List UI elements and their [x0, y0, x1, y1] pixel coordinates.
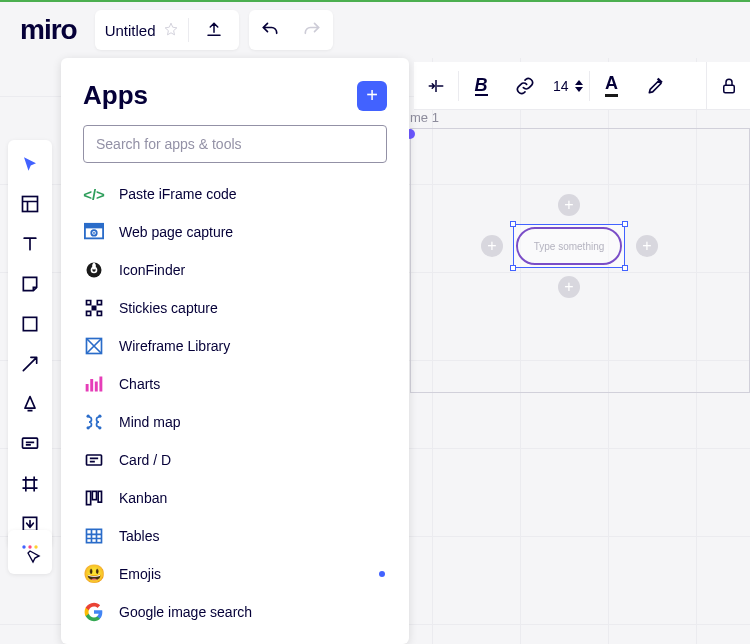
more-apps-button[interactable] — [8, 530, 52, 574]
shape-tool[interactable] — [10, 304, 50, 344]
redo-button[interactable] — [291, 10, 333, 50]
svg-point-5 — [22, 545, 25, 548]
kanban-icon — [83, 487, 105, 509]
svg-point-24 — [98, 426, 101, 429]
undo-redo-group — [249, 10, 333, 50]
add-app-button[interactable]: + — [357, 81, 387, 111]
app-label: Kanban — [119, 490, 167, 506]
app-item-iframe[interactable]: </> Paste iFrame code — [61, 175, 409, 213]
apps-panel: Apps + </> Paste iFrame code Web page ca… — [61, 58, 409, 644]
add-node-left[interactable]: + — [481, 235, 503, 257]
add-node-top[interactable]: + — [558, 194, 580, 216]
svg-point-7 — [34, 545, 37, 548]
bold-button[interactable]: B — [459, 62, 503, 110]
apps-panel-title: Apps — [83, 80, 148, 111]
iconfinder-icon — [83, 259, 105, 281]
app-label: Paste iFrame code — [119, 186, 237, 202]
svg-rect-15 — [92, 306, 97, 311]
export-button[interactable] — [199, 10, 229, 50]
apps-search-input[interactable] — [96, 136, 374, 152]
app-item-mindmap[interactable]: Mind map — [61, 403, 409, 441]
arrow-tool[interactable] — [10, 344, 50, 384]
app-label: IconFinder — [119, 262, 185, 278]
app-label: Stickies capture — [119, 300, 218, 316]
star-icon[interactable] — [164, 22, 178, 39]
link-button[interactable] — [503, 62, 547, 110]
svg-rect-9 — [85, 224, 103, 229]
app-label: Charts — [119, 376, 160, 392]
svg-rect-26 — [87, 491, 91, 504]
divider — [188, 18, 189, 42]
google-icon — [83, 601, 105, 623]
wireframe-icon — [83, 335, 105, 357]
font-size-control[interactable]: 14 — [547, 78, 589, 94]
text-color-button[interactable]: A — [590, 62, 634, 110]
pen-tool[interactable] — [10, 384, 50, 424]
svg-rect-17 — [86, 384, 89, 392]
font-size-down[interactable] — [575, 87, 583, 92]
align-button[interactable] — [414, 62, 458, 110]
app-header: miro Untitled — [0, 2, 750, 58]
text-tool[interactable] — [10, 224, 50, 264]
mindmap-icon — [83, 411, 105, 433]
code-icon: </> — [83, 183, 105, 205]
svg-rect-2 — [23, 317, 36, 330]
app-label: Wireframe Library — [119, 338, 230, 354]
templates-tool[interactable] — [10, 184, 50, 224]
resize-handle[interactable] — [622, 221, 628, 227]
svg-point-22 — [98, 415, 101, 418]
resize-handle[interactable] — [622, 265, 628, 271]
lock-button[interactable] — [706, 62, 750, 110]
app-label: Mind map — [119, 414, 180, 430]
app-item-emojis[interactable]: 😃 Emojis — [61, 555, 409, 593]
svg-point-6 — [28, 545, 31, 548]
app-item-iconfinder[interactable]: IconFinder — [61, 251, 409, 289]
app-item-google-images[interactable]: Google image search — [61, 593, 409, 631]
svg-point-11 — [93, 232, 95, 234]
app-label: Card / D — [119, 452, 171, 468]
svg-rect-19 — [95, 382, 98, 392]
app-label: Google image search — [119, 604, 252, 620]
svg-point-21 — [87, 415, 90, 418]
comment-tool[interactable] — [10, 424, 50, 464]
app-item-kanban[interactable]: Kanban — [61, 479, 409, 517]
resize-handle[interactable] — [510, 265, 516, 271]
svg-rect-27 — [92, 491, 96, 499]
sticky-tool[interactable] — [10, 264, 50, 304]
board-title-box[interactable]: Untitled — [95, 10, 239, 50]
select-tool[interactable] — [10, 144, 50, 184]
svg-rect-28 — [98, 491, 101, 502]
svg-rect-18 — [90, 379, 93, 392]
svg-rect-29 — [87, 529, 102, 542]
highlight-button[interactable] — [634, 62, 678, 110]
app-item-card[interactable]: Card / D — [61, 441, 409, 479]
app-item-stickies[interactable]: Stickies capture — [61, 289, 409, 327]
toolbar — [8, 140, 52, 548]
apps-search[interactable] — [83, 125, 387, 163]
miro-logo: miro — [8, 14, 89, 46]
webcapture-icon — [83, 221, 105, 243]
board-title: Untitled — [105, 22, 156, 39]
svg-rect-0 — [723, 85, 734, 93]
font-size-value: 14 — [553, 78, 569, 94]
svg-rect-20 — [99, 377, 102, 392]
app-item-webcapture[interactable]: Web page capture — [61, 213, 409, 251]
app-item-charts[interactable]: Charts — [61, 365, 409, 403]
svg-rect-25 — [87, 455, 102, 465]
app-label: Emojis — [119, 566, 161, 582]
app-item-tables[interactable]: Tables — [61, 517, 409, 555]
frame-label[interactable]: me 1 — [410, 110, 439, 125]
add-node-bottom[interactable]: + — [558, 276, 580, 298]
app-item-wireframe[interactable]: Wireframe Library — [61, 327, 409, 365]
font-size-up[interactable] — [575, 80, 583, 85]
mindmap-node[interactable]: Type something — [516, 227, 622, 265]
tables-icon — [83, 525, 105, 547]
resize-handle[interactable] — [510, 221, 516, 227]
app-label: Web page capture — [119, 224, 233, 240]
format-toolbar: B 14 A — [414, 62, 750, 110]
svg-point-23 — [87, 426, 90, 429]
frame-tool[interactable] — [10, 464, 50, 504]
add-node-right[interactable]: + — [636, 235, 658, 257]
notification-dot — [379, 571, 385, 577]
undo-button[interactable] — [249, 10, 291, 50]
